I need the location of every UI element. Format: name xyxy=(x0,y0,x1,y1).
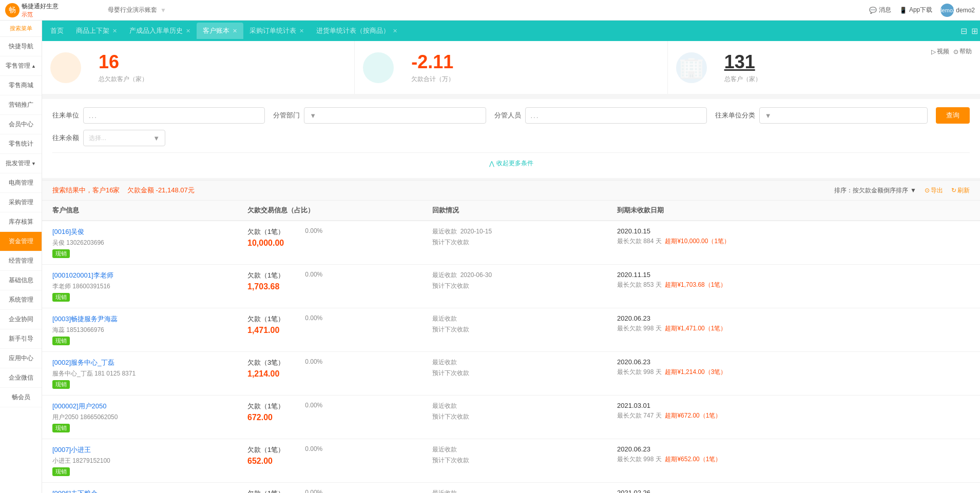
stat-total-customers-number: 131 xyxy=(724,51,761,73)
tab-inbound-close[interactable]: ✕ xyxy=(393,28,397,34)
overdue-info-2: 2020.06.23 最长欠款 998 天 超期¥1,471.00（1笔） xyxy=(617,314,970,345)
sidebar-item-basic-info[interactable]: 基础信息 xyxy=(0,271,42,290)
export-btn[interactable]: ⊙ 导出 xyxy=(925,186,943,195)
overdue-info-5: 2020.06.23 最长欠款 998 天 超期¥652.00（1笔） xyxy=(617,445,970,476)
sidebar-item-vip[interactable]: 畅会员 xyxy=(0,388,42,407)
sort-label: 排序：按欠款金额倒序排序 xyxy=(834,186,908,195)
tab-warehouse-close[interactable]: ✕ xyxy=(186,28,190,34)
customer-name-1[interactable]: [0001020001]李老师 xyxy=(52,271,247,280)
tab-customer-ledger[interactable]: 客户账本 ✕ xyxy=(197,23,243,39)
debt-percent-val-0: 0.00% xyxy=(305,227,322,234)
customer-phone-5: 小进王 18279152100 xyxy=(52,457,247,465)
app-download-label: App下载 xyxy=(909,6,932,14)
debt-amount-1[interactable]: 1,703.68 xyxy=(247,282,284,291)
app-download-btn[interactable]: 📱 App下载 xyxy=(899,6,932,14)
video-label: 视频 xyxy=(937,47,949,56)
overdue-link-1[interactable]: 超期¥1,703.68（1笔） xyxy=(665,281,726,288)
recovery-date-0: 最近收款 2020-10-15 xyxy=(432,227,617,236)
system-name: 母婴行业演示账套 xyxy=(108,6,157,14)
refresh-label: 刷新 xyxy=(957,186,970,195)
overdue-link-5[interactable]: 超期¥652.00（1笔） xyxy=(665,456,721,463)
sidebar-item-nav[interactable]: 快捷导航 xyxy=(0,37,42,56)
customer-name-2[interactable]: [0003]畅捷服务尹海蕊 xyxy=(52,314,247,324)
sidebar-item-wholesale[interactable]: 批发管理 ▼ xyxy=(0,154,42,173)
sidebar-item-collab[interactable]: 企业协同 xyxy=(0,310,42,329)
sidebar-item-guide[interactable]: 新手引导 xyxy=(0,329,42,349)
overdue-link-2[interactable]: 超期¥1,471.00（1笔） xyxy=(665,325,726,332)
sidebar-item-member[interactable]: 会员中心 xyxy=(0,115,42,134)
overdue-info-4: 2021.03.01 最长欠款 747 天 超期¥672.00（1笔） xyxy=(617,402,970,432)
refresh-btn[interactable]: ↻ 刷新 xyxy=(951,186,970,195)
collapse-btn[interactable]: ⋀ 收起更多条件 xyxy=(487,157,535,170)
message-btn[interactable]: 💬 消息 xyxy=(869,6,891,14)
data-table: 客户信息 欠款交易信息（占比） 回款情况 到期未收款日期 [0016]吴俊 吴俊… xyxy=(42,201,980,493)
debt-amount-4[interactable]: 672.00 xyxy=(247,413,284,422)
download-icon: 📱 xyxy=(899,7,907,14)
debt-amount-3[interactable]: 1,214.00 xyxy=(247,369,284,379)
tab-purchase-close[interactable]: ✕ xyxy=(299,28,304,34)
sidebar-item-operations[interactable]: 经营管理 xyxy=(0,251,42,271)
stat-card-actions: ▷ 视频 ⊙ 帮助 xyxy=(931,47,972,56)
tab-warehouse-history[interactable]: 产成品入库单历史 ✕ xyxy=(123,23,197,39)
stat-icon-building: 🏢 xyxy=(676,52,707,83)
tabs-maximize-btn[interactable]: ⊞ xyxy=(971,26,978,36)
stat-icon-diamond: ◆ xyxy=(363,52,394,83)
refresh-icon: ↻ xyxy=(951,187,956,194)
filter-dept-input[interactable]: ▼ xyxy=(304,107,486,124)
customer-name-6[interactable]: [0006]去下粮仓 xyxy=(52,489,247,493)
filter-balance-input[interactable]: 选择... ▼ xyxy=(83,130,165,146)
help-btn[interactable]: ⊙ 帮助 xyxy=(953,47,972,56)
customer-phone-2: 海蕊 18513066976 xyxy=(52,326,247,334)
filter-source-unit-input[interactable]: ... xyxy=(83,107,265,124)
tab-product-listing[interactable]: 商品上下架 ✕ xyxy=(70,23,123,39)
user-avatar-btn[interactable]: demo2 demo2 xyxy=(940,4,975,17)
sidebar-item-ecommerce[interactable]: 电商管理 xyxy=(0,173,42,193)
search-button[interactable]: 查询 xyxy=(936,107,970,124)
sort-select[interactable]: 排序：按欠款金额倒序排序 ▼ xyxy=(834,186,916,195)
debt-count-0: 欠款（1笔） xyxy=(247,227,284,236)
filter-row-2: 往来余额 选择... ▼ xyxy=(52,130,970,146)
sidebar-search[interactable]: 搜索菜单 xyxy=(0,21,42,37)
sidebar-item-marketing[interactable]: 营销推广 xyxy=(0,95,42,115)
sidebar-item-purchase[interactable]: 采购管理 xyxy=(0,193,42,212)
tab-purchase-stats[interactable]: 采购订单统计表 ✕ xyxy=(243,23,310,39)
overdue-link-4[interactable]: 超期¥672.00（1笔） xyxy=(665,412,721,419)
overdue-link-0[interactable]: 超期¥10,000.00（1笔） xyxy=(665,238,730,245)
sidebar: 搜索菜单 快捷导航 零售管理 ▲ 零售商城 营销推广 会员中心 零售统计 批发管… xyxy=(0,21,42,493)
customer-name-3[interactable]: [0002]服务中心_丁磊 xyxy=(52,358,247,367)
sidebar-item-system[interactable]: 系统管理 xyxy=(0,290,42,310)
overdue-link-3[interactable]: 超期¥1,214.00（3笔） xyxy=(665,368,726,376)
debt-amount-5[interactable]: 652.00 xyxy=(247,457,284,466)
debt-amount-0[interactable]: 10,000.00 xyxy=(247,239,284,248)
tabs-restore-btn[interactable]: ⊟ xyxy=(960,26,967,36)
customer-info-3: [0002]服务中心_丁磊 服务中心_丁磊 181 0125 8371 现销 xyxy=(52,358,247,389)
sidebar-item-finance[interactable]: 资金管理 xyxy=(0,232,42,251)
tabs-actions: ⊟ ⊞ xyxy=(960,26,978,36)
sidebar-item-retail-stat[interactable]: 零售统计 xyxy=(0,134,42,154)
sidebar-item-retail-mall[interactable]: 零售商城 xyxy=(0,76,42,95)
customer-name-4[interactable]: [000002]用户2050 xyxy=(52,402,247,411)
customer-name-0[interactable]: [0016]吴俊 xyxy=(52,227,247,236)
customer-info-0: [0016]吴俊 吴俊 13026203696 现销 xyxy=(52,227,247,258)
due-date-1: 2020.11.15 xyxy=(617,271,970,279)
filter-person-input[interactable]: ... xyxy=(525,107,707,124)
logo-sub: 示范 xyxy=(22,11,59,18)
customer-name-5[interactable]: [0007]小进王 xyxy=(52,445,247,455)
debt-count-4: 欠款（1笔） xyxy=(247,402,284,411)
sidebar-item-retail-mgmt[interactable]: 零售管理 ▲ xyxy=(0,56,42,76)
sidebar-item-wechat[interactable]: 企业微信 xyxy=(0,368,42,388)
avatar: demo2 xyxy=(940,4,954,17)
filter-source-unit: 往来单位 ... xyxy=(52,107,265,124)
tab-customer-ledger-close[interactable]: ✕ xyxy=(233,28,237,34)
tab-product-listing-close[interactable]: ✕ xyxy=(112,28,117,34)
debt-amount-2[interactable]: 1,471.00 xyxy=(247,326,284,335)
overdue-days-0: 最长欠款 884 天 超期¥10,000.00（1笔） xyxy=(617,237,970,246)
video-btn[interactable]: ▷ 视频 xyxy=(931,47,949,56)
tab-home[interactable]: 首页 xyxy=(44,23,70,39)
sidebar-item-inventory[interactable]: 库存核算 xyxy=(0,212,42,232)
filter-category-input[interactable]: ▼ xyxy=(759,107,928,124)
sidebar-item-apps[interactable]: 应用中心 xyxy=(0,349,42,368)
tab-inbound-stats[interactable]: 进货单统计表（按商品） ✕ xyxy=(310,23,403,39)
message-label: 消息 xyxy=(879,6,891,14)
tab-product-listing-label: 商品上下架 xyxy=(76,26,109,35)
